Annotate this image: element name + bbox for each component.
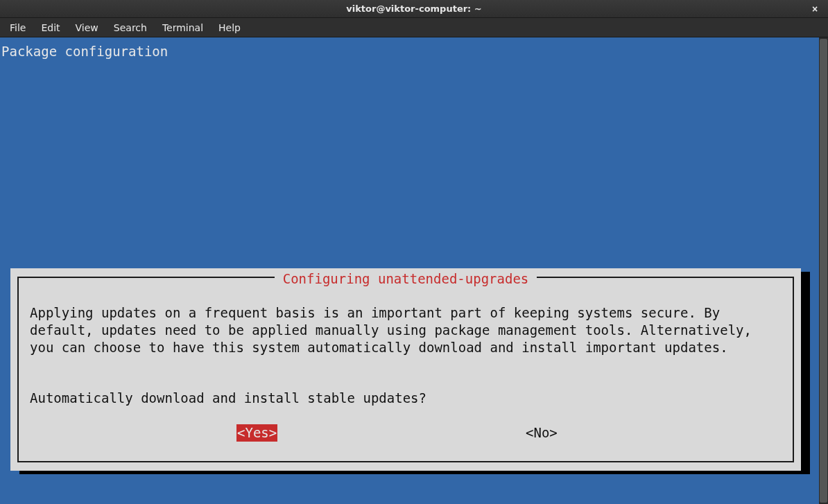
- menu-view[interactable]: View: [69, 21, 105, 35]
- close-icon[interactable]: ×: [807, 0, 822, 18]
- no-button[interactable]: <No>: [526, 424, 558, 442]
- dialog-question: Automatically download and install stabl…: [30, 390, 426, 407]
- scrollbar[interactable]: [819, 37, 828, 504]
- menubar: File Edit View Search Terminal Help: [0, 18, 828, 37]
- scrollbar-thumb[interactable]: [820, 39, 827, 503]
- dialog-buttons: <Yes> <No>: [10, 424, 801, 442]
- dialog-body-text: Applying updates on a frequent basis is …: [30, 304, 782, 356]
- menu-search[interactable]: Search: [107, 21, 154, 35]
- window-titlebar: viktor@viktor-computer: ~ ×: [0, 0, 828, 18]
- terminal-canvas[interactable]: Package configuration Configuring unatte…: [0, 37, 819, 504]
- screen-header: Package configuration: [1, 43, 168, 60]
- yes-button[interactable]: <Yes>: [236, 424, 277, 442]
- dialog-title-wrap: Configuring unattended-upgrades: [10, 270, 801, 288]
- dialog-title: Configuring unattended-upgrades: [275, 271, 537, 286]
- menu-help[interactable]: Help: [212, 21, 248, 35]
- terminal-area[interactable]: Package configuration Configuring unatte…: [0, 37, 828, 504]
- menu-terminal[interactable]: Terminal: [155, 21, 210, 35]
- menu-edit[interactable]: Edit: [34, 21, 67, 35]
- menu-file[interactable]: File: [3, 21, 33, 35]
- window-title: viktor@viktor-computer: ~: [346, 3, 481, 14]
- dialog-box: Configuring unattended-upgrades Applying…: [10, 268, 801, 471]
